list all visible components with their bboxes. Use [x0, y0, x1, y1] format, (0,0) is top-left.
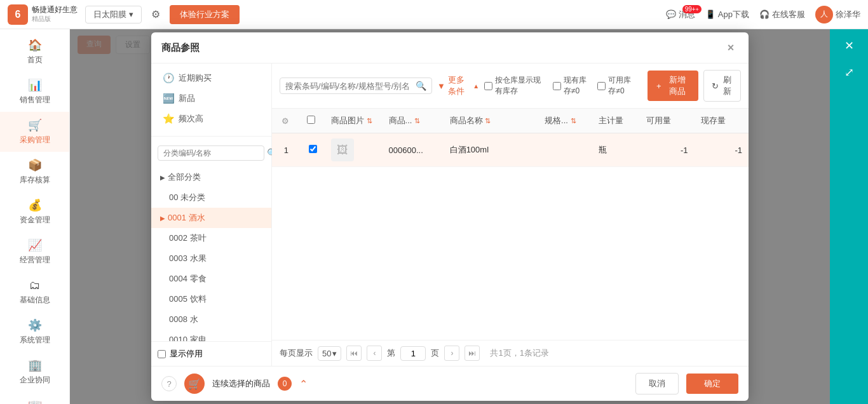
product-reference-modal: 商品参照 × 🕐 近期购买: [151, 32, 749, 401]
settings-icon[interactable]: ⚙: [147, 6, 165, 24]
cta-button[interactable]: 体验行业方案: [170, 5, 240, 24]
sidebar-item-sys[interactable]: ⚙️ 系统管理: [0, 312, 69, 352]
help-button[interactable]: ?: [161, 376, 177, 391]
category-0004[interactable]: 0004 零食: [151, 269, 271, 289]
modal-overlay: 商品参照 × 🕐 近期购买: [70, 29, 830, 404]
category-0003[interactable]: 0003 水果: [151, 248, 271, 269]
fold-button[interactable]: ⌃: [299, 378, 308, 390]
sidebar-item-corp[interactable]: 🏢 企业协同: [0, 352, 69, 392]
logo-text: 畅捷通好生意: [32, 5, 78, 15]
modal-close-button[interactable]: ×: [723, 40, 738, 55]
clock-icon: 🕐: [163, 72, 175, 84]
row-select-checkbox[interactable]: [309, 145, 317, 153]
app-download-item[interactable]: 📱 App下载: [705, 9, 749, 20]
category-all[interactable]: ▶ 全部分类: [151, 167, 271, 187]
avail-stock-checkbox[interactable]: [597, 82, 606, 90]
column-settings-icon[interactable]: ⚙: [278, 114, 292, 128]
more-filter-button[interactable]: ▼ 更多条件 ▲: [437, 74, 479, 97]
avail-stock-label: 可用库存≠0: [608, 75, 637, 97]
sidebar-item-sales[interactable]: 📊 销售管理: [0, 72, 69, 112]
col-header-spec: 规格... ⇅: [538, 109, 592, 133]
logo-sub: 精品版: [32, 15, 78, 24]
cat-00-label: 00 未分类: [169, 192, 205, 203]
tab-recent-purchase[interactable]: 🕐 近期购买: [156, 69, 266, 88]
add-product-button[interactable]: + 新增商品: [648, 71, 698, 101]
row-spec: [538, 133, 592, 167]
sidebar-item-finance[interactable]: 💰 资金管理: [0, 192, 69, 232]
tab-new-products[interactable]: 🆕 新品: [156, 89, 266, 108]
page-number-input[interactable]: [400, 346, 426, 361]
online-service-item[interactable]: 🎧 在线客服: [759, 9, 805, 20]
headset-icon: 🎧: [759, 10, 770, 19]
warehouse-stock-checkbox[interactable]: [484, 82, 492, 90]
col-header-unit: 主计量: [592, 109, 640, 133]
category-00[interactable]: 00 未分类: [151, 187, 271, 208]
row-stock: -1: [695, 133, 749, 167]
category-0008[interactable]: 0008 水: [151, 309, 271, 330]
page-size-select[interactable]: 50 ▾: [318, 346, 341, 361]
logo-icon: 6: [8, 4, 28, 25]
sidebar-item-purchase[interactable]: 🛒 采购管理: [0, 112, 69, 152]
row-unit: 瓶: [592, 133, 640, 167]
guide-icon: 📖: [28, 398, 42, 404]
refresh-button[interactable]: ↻ 刷新: [703, 70, 741, 102]
sidebar-item-home[interactable]: 🏠 首页: [0, 32, 69, 72]
cancel-button[interactable]: 取消: [635, 373, 679, 394]
product-search-input[interactable]: [285, 81, 413, 91]
biz-icon: 📈: [28, 238, 42, 252]
product-thumbnail: 🖼: [331, 138, 354, 161]
category-search-input[interactable]: [158, 145, 264, 161]
sidebar-item-base[interactable]: 🗂 基础信息: [0, 272, 69, 312]
teal-close-button[interactable]: ✕: [837, 34, 860, 57]
left-panel-bottom: 显示停用: [151, 341, 271, 366]
corp-icon: 🏢: [28, 358, 42, 372]
search-input-wrap: 🔍: [280, 77, 432, 94]
refresh-label: 刷新: [721, 74, 733, 97]
left-panel-tabs: 🕐 近期购买 🆕 新品 ⭐ 频次高: [151, 64, 271, 133]
table-row[interactable]: 1 🖼: [272, 133, 749, 167]
cat-0001-label: 0001 酒水: [168, 212, 205, 224]
select-all-checkbox[interactable]: [307, 116, 315, 124]
sidebar-label-home: 首页: [27, 55, 43, 65]
category-0001[interactable]: ▶ 0001 酒水: [151, 208, 271, 228]
sidebar-item-stock[interactable]: 📦 库存核算: [0, 152, 69, 192]
sidebar-label-finance: 资金管理: [20, 215, 50, 226]
cat-0004-label: 0004 零食: [169, 273, 207, 285]
main-layout: 🏠 首页 📊 销售管理 🛒 采购管理 📦 库存核算 💰 资金管理 📈 经营管理 …: [0, 29, 868, 404]
filter-icon: ▼: [437, 81, 445, 91]
purchase-icon: 🛒: [28, 118, 42, 132]
sidebar-label-biz: 经营管理: [20, 255, 50, 266]
next-page-button[interactable]: ›: [444, 346, 459, 361]
category-0005[interactable]: 0005 饮料: [151, 289, 271, 309]
sidebar: 🏠 首页 📊 销售管理 🛒 采购管理 📦 库存核算 💰 资金管理 📈 经营管理 …: [0, 29, 70, 404]
teal-expand-button[interactable]: ⤢: [837, 61, 860, 84]
base-icon: 🗂: [28, 278, 42, 292]
user-profile-item[interactable]: 人 徐泽华: [815, 6, 860, 24]
sidebar-item-biz[interactable]: 📈 经营管理: [0, 232, 69, 272]
filter-label: 更多条件: [448, 74, 470, 97]
tab-frequent[interactable]: ⭐ 频次高: [156, 109, 266, 128]
sidebar-label-corp: 企业协同: [20, 375, 50, 386]
search-bar: 🔍 ▼ 更多条件 ▲ 按仓库显示现有库存: [272, 64, 749, 109]
product-table-wrap: ⚙ 商品图片 ⇅: [272, 109, 749, 340]
messages-nav-item[interactable]: 💬 消息 99++: [666, 9, 695, 20]
last-page-button[interactable]: ⏭: [465, 346, 480, 361]
prev-page-button[interactable]: ‹: [367, 346, 382, 361]
home-icon: 🏠: [28, 38, 42, 52]
col-header-avail: 可用量: [640, 109, 694, 133]
category-0010[interactable]: 0010 家电: [151, 330, 271, 341]
current-stock-checkbox[interactable]: [553, 82, 561, 90]
category-0002[interactable]: 0002 茶叶: [151, 228, 271, 248]
search-icon: 🔍: [416, 81, 426, 91]
pagination: 每页显示 50 ▾ ⏮ ‹ 第 页 › ⏭ 共1页: [272, 340, 749, 366]
cart-icon-button[interactable]: 🛒: [184, 374, 205, 394]
store-dropdown[interactable]: 日太阳膜 ▾: [85, 6, 142, 24]
first-page-button[interactable]: ⏮: [346, 346, 362, 361]
sort-icon-spec: ⇅: [571, 117, 576, 125]
sidebar-item-guide[interactable]: 📖 新手引导: [0, 392, 69, 404]
cat-0002-label: 0002 茶叶: [169, 232, 207, 244]
row-code: 000600...: [383, 133, 444, 167]
mobile-icon: 📱: [705, 10, 715, 19]
confirm-button[interactable]: 确定: [686, 374, 738, 394]
show-disabled-checkbox[interactable]: [158, 350, 166, 358]
